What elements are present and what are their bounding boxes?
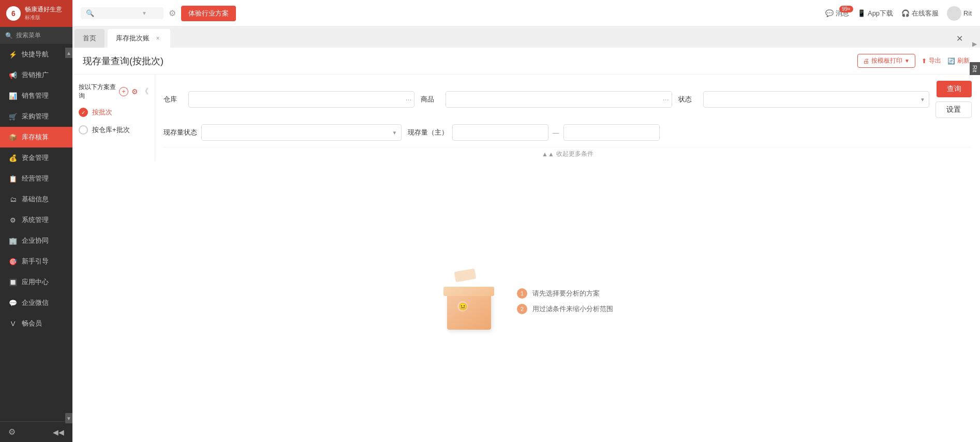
- refresh-icon: 🔄: [947, 57, 955, 65]
- purchase-icon: 🛒: [8, 112, 18, 121]
- tip-num-2: 2: [517, 304, 527, 314]
- messages-btn[interactable]: 💬 消息 99+: [825, 9, 849, 18]
- stock-qty-min-input[interactable]: [452, 124, 548, 141]
- newbie-icon: 🎯: [8, 257, 18, 266]
- product-input[interactable]: [446, 91, 672, 108]
- settings-icon[interactable]: ⚙: [8, 427, 16, 437]
- warehouse-input[interactable]: [188, 91, 414, 108]
- member-icon: V: [8, 319, 18, 328]
- stock-qty-max-input[interactable]: [563, 124, 660, 141]
- query-btn[interactable]: 查询: [937, 81, 972, 97]
- sidebar-item-operations[interactable]: 📋 经营管理: [0, 168, 72, 189]
- user-name: Rit: [963, 9, 972, 17]
- sidebar-item-label: 应用中心: [22, 277, 49, 287]
- tab-inventory-batch[interactable]: 库存批次账 ×: [108, 29, 170, 48]
- sidebar-item-inventory[interactable]: 📦 库存核算: [0, 127, 72, 148]
- empty-tips: 1 请先选择要分析的方案 2 用过滤条件来缩小分析范围: [517, 288, 613, 314]
- print-icon: 🖨: [863, 57, 869, 65]
- sidebar-item-sales[interactable]: 📊 销售管理: [0, 85, 72, 106]
- sidebar-item-label: 基础信息: [22, 195, 49, 204]
- refresh-btn[interactable]: 🔄 刷新: [947, 56, 970, 65]
- collapse-filter-icon[interactable]: 《: [141, 87, 149, 96]
- user-menu[interactable]: Rit: [947, 6, 972, 21]
- sidebar-item-label: 资金管理: [22, 153, 49, 163]
- stock-qty-range: —: [452, 124, 660, 141]
- sidebar-item-newbie[interactable]: 🎯 新手引导: [0, 251, 72, 272]
- range-dash: —: [553, 129, 559, 137]
- sidebar-item-purchase[interactable]: 🛒 采购管理: [0, 106, 72, 127]
- sidebar-item-finance[interactable]: 💰 资金管理: [0, 148, 72, 168]
- filter-option-label-batch: 按批次: [92, 108, 112, 117]
- experience-btn[interactable]: 体验行业方案: [181, 6, 236, 21]
- collapse-icon[interactable]: ◀◀: [53, 428, 64, 436]
- template-print-btn[interactable]: 🖨 按模板打印 ▼: [857, 54, 915, 68]
- online-service-btn[interactable]: 🎧 在线客服: [901, 9, 939, 18]
- panel-right-arrow[interactable]: ▶: [969, 40, 980, 48]
- collapse-up-icon: ▲▲: [542, 151, 554, 158]
- product-field: 商品 ···: [421, 91, 672, 108]
- export-btn[interactable]: ⬆ 导出: [922, 56, 941, 65]
- tab-close-btn[interactable]: ×: [154, 34, 162, 42]
- stock-status-label: 现存量状态: [164, 128, 197, 137]
- online-service-label: 在线客服: [912, 9, 939, 18]
- add-icon[interactable]: +: [119, 87, 128, 96]
- sidebar-scroll-up[interactable]: ▲: [65, 48, 72, 58]
- sidebar-item-label: 新手引导: [22, 257, 49, 266]
- sidebar-item-quick-nav[interactable]: ⚡ 快捷导航: [0, 44, 72, 65]
- warehouse-label: 仓库: [164, 95, 184, 104]
- basic-icon: 🗂: [8, 195, 18, 204]
- sidebar-item-basic[interactable]: 🗂 基础信息: [0, 189, 72, 210]
- sidebar-item-marketing[interactable]: 📢 营销推广: [0, 65, 72, 85]
- sidebar: 6 畅康通好生意 标准版 🔍 搜索菜单 ⚡ 快捷导航 📢 营销推广 📊 销售管理…: [0, 0, 72, 442]
- sidebar-item-label: 企业协同: [22, 236, 49, 245]
- edition-label: 标准版: [25, 14, 62, 21]
- sidebar-search[interactable]: 🔍 搜索菜单: [0, 27, 72, 44]
- stock-status-select-wrapper: ▼: [201, 124, 402, 141]
- sidebar-item-app-center[interactable]: 🔲 应用中心: [0, 272, 72, 292]
- sidebar-item-member[interactable]: V 畅会员: [0, 313, 72, 334]
- gear-icon[interactable]: ⚙: [169, 8, 176, 18]
- topbar-search-icon: 🔍: [86, 9, 94, 17]
- sidebar-item-system[interactable]: ⚙ 系统管理: [0, 210, 72, 230]
- page-header-actions: 🖨 按模板打印 ▼ ⬆ 导出 🔄 刷新: [857, 54, 970, 68]
- collapse-more-btn[interactable]: ▲▲ 收起更多条件: [164, 147, 972, 160]
- sidebar-item-label: 营销推广: [22, 70, 49, 80]
- status-field: 状态 ▼: [678, 91, 929, 108]
- settings-btn[interactable]: 设置: [936, 101, 972, 118]
- app-download-btn[interactable]: 📱 App下载: [857, 9, 893, 18]
- stock-qty-label: 现存量（主）: [408, 128, 448, 137]
- stock-status-select[interactable]: [201, 124, 402, 141]
- settings-filter-icon[interactable]: ⚙: [131, 87, 138, 96]
- sidebar-scroll-down[interactable]: ▼: [65, 413, 72, 423]
- sidebar-item-label: 库存核算: [22, 132, 49, 142]
- product-label: 商品: [421, 95, 441, 104]
- filter-option-by-batch[interactable]: ✓ 按批次: [72, 104, 155, 121]
- main-area: 🔍 ▼ ⚙ 体验行业方案 💬 消息 99+ 📱 App下载 🎧 在线客服 R: [72, 0, 980, 442]
- empty-state: 😐 1 请先选择要分析的方案 2 用过滤条件来缩小分析范围: [72, 160, 980, 442]
- app-logo: 6: [6, 6, 21, 21]
- search-icon: 🔍: [5, 32, 13, 39]
- product-dots-btn[interactable]: ···: [663, 95, 669, 104]
- quick-nav-icon: ⚡: [8, 50, 18, 59]
- tip-text-1: 请先选择要分析的方案: [532, 289, 600, 298]
- topbar-search-box[interactable]: 🔍 ▼: [81, 7, 164, 19]
- sidebar-item-enterprise-wechat[interactable]: 💬 企业微信: [0, 292, 72, 313]
- status-label: 状态: [678, 95, 699, 104]
- sidebar-item-enterprise-collab[interactable]: 🏢 企业协同: [0, 230, 72, 251]
- finance-icon: 💰: [8, 153, 18, 163]
- sales-icon: 📊: [8, 91, 18, 100]
- topbar-search-input[interactable]: [97, 10, 139, 17]
- sidebar-item-label: 畅会员: [22, 319, 42, 328]
- warehouse-dots-btn[interactable]: ···: [406, 95, 412, 104]
- stock-status-field: 现存量状态 ▼: [164, 124, 402, 141]
- filter-area: 按以下方案查询 + ⚙ 《 ✓ 按批次 按仓库+批次: [72, 75, 980, 160]
- filter-row-1: 仓库 ··· 商品 ··· 状态: [164, 81, 972, 118]
- rit-button[interactable]: Rit: [970, 62, 980, 75]
- filter-option-by-warehouse-batch[interactable]: 按仓库+批次: [72, 121, 155, 139]
- topbar-search-dropdown[interactable]: ▼: [142, 10, 147, 16]
- panel-close-btn[interactable]: ✕: [950, 29, 969, 48]
- status-select[interactable]: [703, 91, 929, 108]
- tab-home[interactable]: 首页: [75, 29, 105, 48]
- enterprise-wechat-icon: 💬: [8, 298, 18, 307]
- filter-option-icon-batch: ✓: [79, 108, 88, 117]
